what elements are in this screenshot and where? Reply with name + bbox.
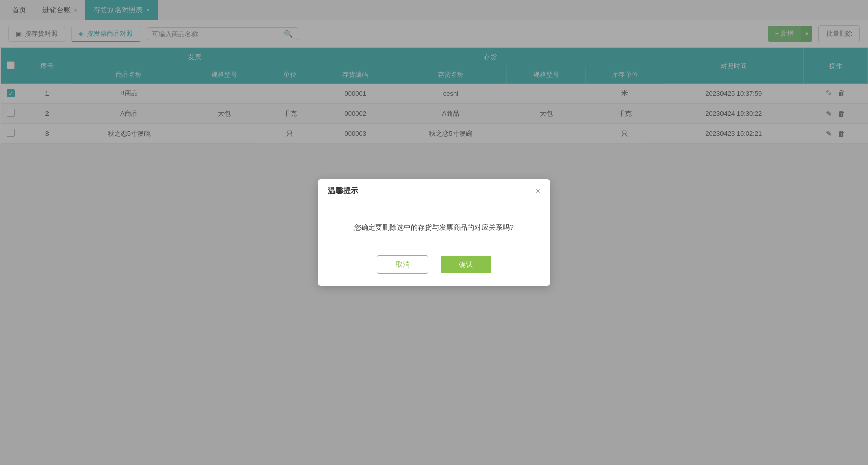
modal-overlay: 温馨提示 × 您确定要删除选中的存货与发票商品的对应关系吗? 取消 确认	[0, 0, 868, 144]
